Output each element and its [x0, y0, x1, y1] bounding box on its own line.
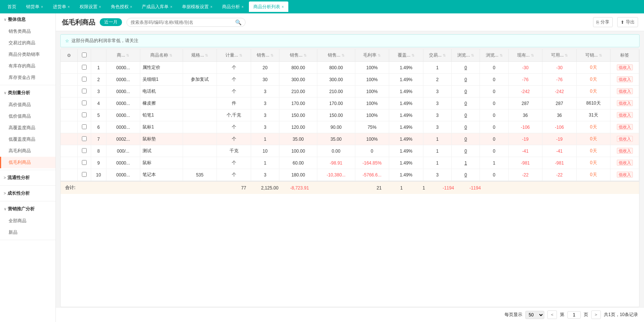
nav-close-icon[interactable]: ×: [170, 5, 172, 9]
cell-views1[interactable]: 0: [452, 86, 480, 98]
cell-checkbox[interactable]: [78, 86, 91, 98]
sidebar-item-高价值商品[interactable]: 高价值商品: [0, 99, 55, 111]
row-checkbox[interactable]: [82, 148, 87, 153]
cell-views1[interactable]: 0: [452, 109, 480, 121]
total-records: 共1页，10条记录: [604, 312, 638, 318]
row-checkbox[interactable]: [82, 65, 87, 70]
cell-checkbox[interactable]: [78, 133, 91, 145]
cell-checkbox[interactable]: [78, 109, 91, 121]
views1-link[interactable]: 0: [464, 65, 467, 70]
nav-item-产成品入库单[interactable]: 产成品入库单×: [137, 1, 177, 12]
cell-sales-amount: 60.00: [279, 157, 317, 169]
export-button[interactable]: ⬆ 导出: [617, 17, 638, 27]
row-checkbox[interactable]: [82, 124, 87, 129]
cell-views1[interactable]: 0: [452, 62, 480, 74]
views1-link[interactable]: 0: [464, 113, 467, 118]
row-checkbox[interactable]: [82, 160, 87, 165]
sidebar-item-有库存的商品[interactable]: 有库存的商品: [0, 60, 55, 72]
cell-views1[interactable]: 0: [452, 145, 480, 157]
sidebar-group-营销推广分析[interactable]: ∨营销推广分析: [0, 203, 55, 215]
sidebar-item-新品[interactable]: 新品: [0, 227, 55, 238]
sidebar-item-高覆盖度商品[interactable]: 高覆盖度商品: [0, 122, 55, 134]
filter-button[interactable]: 近一月: [100, 18, 122, 26]
nav-item-进货单[interactable]: 进货单×: [48, 1, 74, 12]
tag-badge: 低收入: [617, 124, 633, 130]
cell-checkbox[interactable]: [78, 157, 91, 169]
views1-link[interactable]: 1: [464, 160, 467, 166]
cell-checkbox[interactable]: [78, 169, 91, 181]
row-checkbox[interactable]: [82, 89, 87, 93]
nav-close-icon[interactable]: ×: [41, 5, 43, 9]
nav-item-商品分析[interactable]: 商品分析×: [218, 1, 248, 12]
sidebar-item-低价值商品[interactable]: 低价值商品: [0, 111, 55, 122]
nav-item-单据模板设置[interactable]: 单据模板设置×: [177, 1, 217, 12]
cell-gross-margin: 100%: [355, 86, 389, 98]
sidebar-group-成长性分析[interactable]: >成长性分析: [0, 187, 55, 200]
row-checkbox[interactable]: [82, 112, 87, 117]
next-page-button[interactable]: ＞: [591, 310, 601, 319]
cell-code: 0000...: [106, 86, 140, 98]
views1-link[interactable]: 0: [464, 149, 467, 154]
sidebar-item-低毛利商品[interactable]: 低毛利商品: [0, 157, 55, 168]
nav-item-首页[interactable]: 首页: [3, 1, 21, 12]
select-all-checkbox[interactable]: [82, 52, 87, 57]
cell-views1[interactable]: 0: [452, 121, 480, 133]
sidebar-group-整体信息[interactable]: ∨整体信息: [0, 13, 55, 26]
cell-views1[interactable]: 0: [452, 133, 480, 145]
col-settings[interactable]: ⚙: [61, 49, 78, 62]
sidebar-item-交易过的商品[interactable]: 交易过的商品: [0, 37, 55, 49]
nav-close-icon[interactable]: ×: [99, 5, 101, 9]
cell-views1[interactable]: 0: [452, 74, 480, 86]
sidebar-item-销售类商品[interactable]: 销售类商品: [0, 26, 55, 37]
sidebar-group-类别量分析[interactable]: ∨类别量分析: [0, 87, 55, 99]
cell-checkbox[interactable]: [78, 145, 91, 157]
page-size-select[interactable]: 50 100 200: [525, 311, 544, 319]
row-checkbox[interactable]: [82, 101, 87, 105]
cell-checkbox[interactable]: [78, 74, 91, 86]
views1-link[interactable]: 0: [464, 125, 467, 130]
prev-page-button[interactable]: ＜: [547, 310, 557, 319]
nav-item-角色授权[interactable]: 角色授权×: [106, 1, 137, 12]
sidebar-item-库存资金占用[interactable]: 库存资金占用: [0, 72, 55, 83]
views1-link[interactable]: 0: [464, 137, 467, 142]
page-title: 低毛利商品: [62, 18, 95, 27]
row-checkbox[interactable]: [82, 172, 87, 177]
search-input[interactable]: [131, 20, 233, 25]
cell-views1[interactable]: 1: [452, 157, 480, 169]
cell-tag: 低收入: [611, 169, 639, 181]
top-nav: 首页销货单×进货单×权限设置×角色授权×产成品入库单×单据模板设置×商品分析×商…: [0, 0, 644, 13]
notice-bar: ☆ 这部分商品的利润非常低，请关注: [60, 34, 640, 47]
nav-close-icon[interactable]: ×: [210, 5, 212, 9]
page-number-input[interactable]: [567, 311, 581, 319]
views1-link[interactable]: 0: [464, 172, 467, 178]
sidebar-divider: [0, 85, 55, 85]
col-tag: 标签: [611, 49, 639, 62]
sidebar-group-流通性分析[interactable]: >流通性分析: [0, 172, 55, 184]
nav-close-icon[interactable]: ×: [282, 5, 284, 9]
footer-views2: 1: [413, 185, 435, 191]
nav-item-权限设置[interactable]: 权限设置×: [75, 1, 106, 12]
cell-views1[interactable]: 0: [452, 169, 480, 181]
chevron-icon: ∨: [4, 91, 6, 95]
row-checkbox[interactable]: [82, 77, 87, 82]
row-checkbox[interactable]: [82, 136, 87, 141]
page-unit: 页: [584, 312, 588, 318]
views1-link[interactable]: 0: [464, 89, 467, 94]
cell-views1[interactable]: 0: [452, 98, 480, 109]
cell-checkbox[interactable]: [78, 121, 91, 133]
nav-close-icon[interactable]: ×: [241, 5, 244, 9]
cell-checkbox[interactable]: [78, 98, 91, 109]
cell-spec: [183, 157, 217, 169]
sidebar-item-全部商品[interactable]: 全部商品: [0, 215, 55, 227]
nav-item-销货单[interactable]: 销货单×: [22, 1, 48, 12]
views1-link[interactable]: 0: [464, 101, 467, 106]
sidebar-item-高毛利商品[interactable]: 高毛利商品: [0, 145, 55, 157]
share-button[interactable]: ⎘ 分享: [593, 17, 613, 27]
sidebar-item-商品分类助销率[interactable]: 商品分类助销率: [0, 49, 55, 60]
cell-checkbox[interactable]: [78, 62, 91, 74]
sidebar-item-低覆盖度商品[interactable]: 低覆盖度商品: [0, 134, 55, 145]
nav-item-商品分析列表[interactable]: 商品分析列表×: [249, 1, 288, 12]
nav-close-icon[interactable]: ×: [130, 5, 132, 9]
views1-link[interactable]: 0: [464, 77, 467, 82]
nav-close-icon[interactable]: ×: [68, 5, 70, 9]
